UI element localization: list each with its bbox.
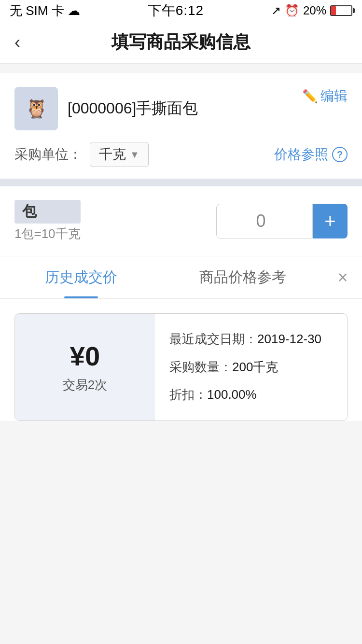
back-button[interactable]: ‹ bbox=[14, 28, 30, 57]
tab-product-price-ref[interactable]: 商品价格参考 bbox=[162, 256, 323, 298]
tab-history-price[interactable]: 历史成交价 bbox=[0, 256, 162, 298]
date-label: 最近成交日期： bbox=[169, 332, 257, 346]
plus-icon: + bbox=[324, 210, 335, 232]
help-icon: ? bbox=[332, 147, 348, 162]
quantity-label: 采购数量： bbox=[169, 360, 232, 374]
quantity-value: 200千克 bbox=[232, 360, 278, 374]
tab-close-button[interactable]: × bbox=[323, 267, 362, 288]
edit-button[interactable]: ✏️ 编辑 bbox=[302, 87, 348, 105]
price-card: ¥0 交易2次 最近成交日期：2019-12-30 采购数量：200千克 折扣：… bbox=[14, 313, 348, 421]
tabs-row: 历史成交价 商品价格参考 × bbox=[0, 256, 362, 299]
product-name: [0000006]手撕面包 bbox=[68, 98, 198, 119]
unit-selector-area: 采购单位： 千克 ▼ bbox=[14, 142, 149, 167]
quantity-input[interactable] bbox=[216, 204, 313, 238]
package-label: 包 bbox=[14, 200, 81, 224]
tab-active-indicator bbox=[64, 296, 98, 298]
price-summary-panel: ¥0 交易2次 bbox=[15, 314, 155, 420]
page-title: 填写商品采购信息 bbox=[111, 30, 251, 54]
unit-value: 千克 bbox=[99, 145, 126, 164]
product-image: 🦉 bbox=[14, 87, 58, 130]
package-convert-label: 1包=10千克 bbox=[14, 225, 81, 242]
close-icon: × bbox=[337, 267, 348, 288]
nav-bar: ‹ 填写商品采购信息 bbox=[0, 21, 362, 64]
trade-count: 交易2次 bbox=[63, 377, 107, 393]
price-detail-discount: 折扣：100.00% bbox=[169, 385, 333, 405]
status-bar: 无 SIM 卡 ☁ 下午6:12 ↗ ⏰ 20% bbox=[0, 0, 362, 21]
nav-arrow-icon: ↗ bbox=[271, 4, 281, 17]
unit-row: 采购单位： 千克 ▼ 价格参照 ? bbox=[14, 142, 348, 167]
product-card: 🦉 [0000006]手撕面包 ✏️ 编辑 采购单位： 千克 ▼ 价格参照 ? bbox=[0, 73, 362, 179]
edit-icon: ✏️ bbox=[302, 89, 318, 104]
status-right: ↗ ⏰ 20% bbox=[271, 4, 352, 17]
battery-percent: 20% bbox=[303, 4, 326, 17]
unit-label: 采购单位： bbox=[14, 145, 82, 164]
quantity-plus-button[interactable]: + bbox=[313, 204, 348, 238]
price-details-panel: 最近成交日期：2019-12-30 采购数量：200千克 折扣：100.00% bbox=[155, 314, 347, 420]
quantity-input-area: + bbox=[90, 204, 348, 238]
owl-icon: 🦉 bbox=[25, 98, 48, 119]
sim-signal: 无 SIM 卡 ☁ bbox=[10, 2, 80, 19]
dropdown-arrow-icon: ▼ bbox=[130, 149, 139, 160]
price-detail-date: 最近成交日期：2019-12-30 bbox=[169, 329, 333, 350]
discount-label: 折扣： bbox=[169, 387, 207, 402]
product-info: 🦉 [0000006]手撕面包 bbox=[14, 87, 198, 130]
unit-dropdown[interactable]: 千克 ▼ bbox=[90, 142, 149, 167]
price-reference-button[interactable]: 价格参照 ? bbox=[274, 145, 348, 164]
alarm-icon: ⏰ bbox=[285, 4, 299, 17]
package-label-area: 包 1包=10千克 bbox=[14, 200, 81, 242]
discount-value: 100.00% bbox=[207, 387, 257, 402]
main-background bbox=[0, 435, 362, 644]
quantity-row: 包 1包=10千克 + bbox=[0, 186, 362, 256]
status-time: 下午6:12 bbox=[148, 1, 204, 20]
bottom-panel: 历史成交价 商品价格参考 × ¥0 交易2次 最近成交日期：2019-12-30… bbox=[0, 256, 362, 421]
status-left: 无 SIM 卡 ☁ bbox=[10, 2, 80, 19]
section-divider bbox=[0, 179, 362, 186]
battery-icon bbox=[330, 5, 352, 16]
date-value: 2019-12-30 bbox=[257, 332, 321, 346]
price-detail-quantity: 采购数量：200千克 bbox=[169, 357, 333, 378]
price-amount: ¥0 bbox=[70, 340, 100, 372]
